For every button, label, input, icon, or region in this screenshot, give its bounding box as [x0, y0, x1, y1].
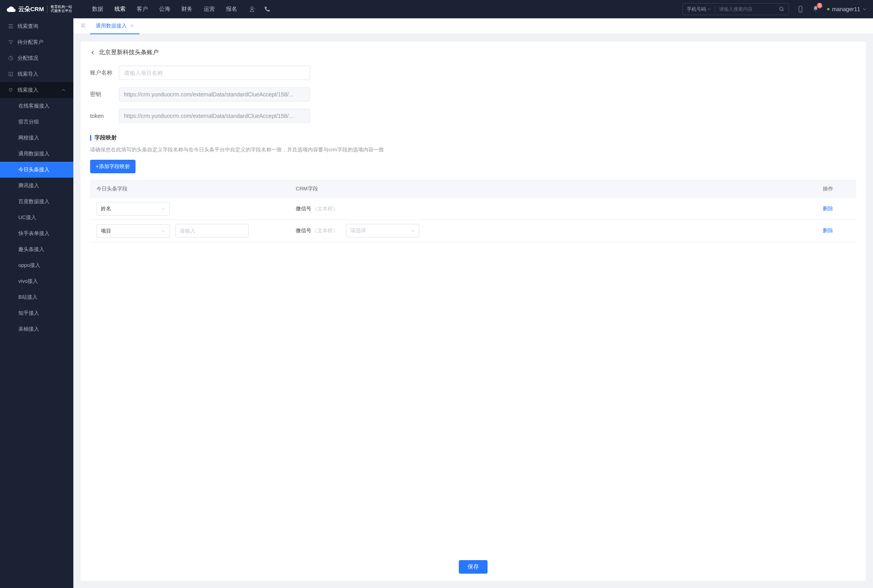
- notification-button[interactable]: 5: [812, 5, 819, 14]
- nav-item-customer[interactable]: 客户: [137, 6, 148, 13]
- brand-logo: 云朵CRM 教育机构一站 式服务云平台: [6, 4, 72, 14]
- sidebar-sub-oppo[interactable]: oppo接入: [0, 257, 73, 273]
- sidebar-sub-vivo[interactable]: vivo接入: [0, 273, 73, 289]
- top-nav: 数据 线索 客户 公海 财务 运营 报名: [92, 6, 237, 13]
- section-mapping-hint: 请确保您在此填写的头条自定义字段名称与在今日头条平台中自定义的字段名称一致，并且…: [90, 146, 856, 153]
- tab-close-button[interactable]: ✕: [130, 23, 134, 29]
- nav-item-signup[interactable]: 报名: [226, 6, 237, 13]
- status-dot: [827, 8, 830, 10]
- chevron-down-icon: [708, 8, 711, 11]
- select-toutiao-field-1[interactable]: 项目: [96, 224, 170, 238]
- user-add-icon[interactable]: [248, 6, 256, 13]
- tabs-bar: 通用数据接入 ✕: [73, 18, 873, 34]
- search-icon: [779, 6, 785, 12]
- import-icon: [8, 71, 14, 77]
- search-input[interactable]: [715, 6, 775, 12]
- cloud-icon: [6, 4, 16, 14]
- phone-icon[interactable]: [263, 6, 271, 13]
- sidebar-sub-qutoutiao[interactable]: 趣头条接入: [0, 241, 73, 257]
- nav-item-clue[interactable]: 线索: [114, 6, 126, 13]
- crm-field-label-1: 微信号: [296, 227, 311, 233]
- sidebar-sub-toutiao[interactable]: 今日头条接入: [0, 162, 73, 178]
- plug-icon: [8, 87, 14, 93]
- section-mapping-title: 字段映射: [90, 134, 856, 141]
- sidebar-sub-baidu[interactable]: 百度数据接入: [0, 194, 73, 210]
- input-extra-1[interactable]: [175, 224, 249, 237]
- table-row: 项目 微信号（文本框） 请选择: [90, 220, 856, 242]
- nav-item-finance[interactable]: 财务: [181, 6, 193, 13]
- notification-badge: 5: [817, 3, 822, 8]
- label-key: 密钥: [90, 91, 119, 98]
- add-mapping-button[interactable]: +添加字段映射: [90, 160, 136, 173]
- sidebar-item-import[interactable]: 线索导入: [0, 66, 73, 82]
- sidebar-item-allocation[interactable]: 分配情况: [0, 50, 73, 66]
- table-row: 姓名 微信号（文本框） 删除: [90, 198, 856, 220]
- delete-row-0[interactable]: 删除: [823, 206, 833, 212]
- sidebar-item-access[interactable]: 线索接入: [0, 82, 73, 98]
- top-header: 云朵CRM 教育机构一站 式服务云平台 数据 线索 客户 公海 财务 运营 报名…: [0, 0, 873, 18]
- user-menu[interactable]: manager11: [827, 6, 867, 12]
- filter-icon: [8, 39, 14, 45]
- nav-item-data[interactable]: 数据: [92, 6, 103, 13]
- svg-point-0: [780, 7, 783, 10]
- label-token: token: [90, 113, 119, 119]
- delete-row-1[interactable]: 删除: [823, 227, 833, 233]
- th-action: 操作: [816, 180, 856, 198]
- sidebar: 线索查询 待分配客户 分配情况 线索导入 线索接入 在线客服接入 留言分组 网校…: [0, 18, 73, 588]
- sidebar-toggle[interactable]: [77, 23, 90, 29]
- search-type-select[interactable]: 手机号码: [683, 6, 715, 13]
- crm-field-label-0: 微信号: [296, 206, 311, 212]
- sidebar-sub-school[interactable]: 网校接入: [0, 130, 73, 146]
- nav-item-sea[interactable]: 公海: [159, 6, 170, 13]
- sidebar-item-query[interactable]: 线索查询: [0, 18, 73, 34]
- chevron-down-icon: [411, 229, 415, 233]
- tab-active[interactable]: 通用数据接入 ✕: [90, 18, 140, 34]
- sidebar-item-pending[interactable]: 待分配客户: [0, 34, 73, 50]
- save-button[interactable]: 保存: [459, 560, 488, 574]
- th-crm: CRM字段: [289, 180, 816, 198]
- sidebar-sub-tencent[interactable]: 腾讯接入: [0, 178, 73, 194]
- sidebar-sub-bilibili[interactable]: B站接入: [0, 289, 73, 305]
- sidebar-sub-online[interactable]: 在线客服接入: [0, 98, 73, 114]
- sidebar-sub-meiyou[interactable]: 美柚接入: [0, 321, 73, 337]
- input-account-name[interactable]: [119, 66, 310, 80]
- chevron-down-icon: [161, 229, 165, 233]
- sidebar-sub-uc[interactable]: UC接入: [0, 210, 73, 225]
- chevron-down-icon: [863, 7, 867, 11]
- main-panel: 北京昱新科技头条账户 账户名称 密钥 token 字段映射 请确保您在此: [81, 41, 866, 581]
- chevron-left-icon: [90, 50, 96, 55]
- sidebar-sub-general[interactable]: 通用数据接入: [0, 146, 73, 162]
- input-key[interactable]: [119, 87, 310, 102]
- sidebar-sub-message[interactable]: 留言分组: [0, 114, 73, 130]
- label-account: 账户名称: [90, 69, 119, 76]
- search-group: 手机号码: [682, 3, 789, 15]
- menu-icon: [81, 23, 86, 28]
- mobile-icon[interactable]: [797, 6, 804, 13]
- mapping-table: 今日头条字段 CRM字段 操作 姓名: [90, 180, 856, 242]
- sidebar-sub-zhihu[interactable]: 知乎接入: [0, 305, 73, 321]
- page-back-title[interactable]: 北京昱新科技头条账户: [90, 49, 856, 56]
- brand-sub: 教育机构一站 式服务云平台: [47, 5, 72, 13]
- select-crm-option-1[interactable]: 请选择: [346, 224, 419, 237]
- search-button[interactable]: [775, 6, 788, 12]
- brand-name: 云朵CRM: [18, 6, 44, 13]
- chevron-up-icon: [61, 88, 65, 92]
- nav-item-ops[interactable]: 运营: [204, 6, 215, 13]
- chevron-down-icon: [161, 207, 165, 211]
- sidebar-sub-kuaishou[interactable]: 快手表单接入: [0, 225, 73, 241]
- th-toutiao: 今日头条字段: [90, 180, 289, 198]
- svg-point-2: [800, 11, 801, 12]
- list-icon: [8, 24, 14, 29]
- username: manager11: [832, 6, 860, 12]
- input-token[interactable]: [119, 109, 310, 123]
- pie-icon: [8, 55, 14, 61]
- select-toutiao-field-0[interactable]: 姓名: [96, 202, 170, 216]
